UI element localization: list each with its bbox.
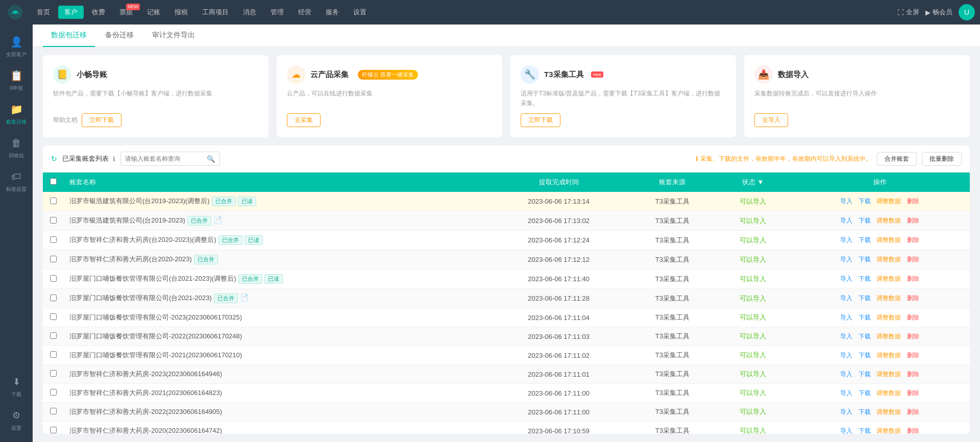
import-link[interactable]: 导入 (840, 389, 852, 397)
row-checkbox-cell[interactable] (43, 308, 63, 327)
row-checkbox-cell[interactable] (43, 422, 63, 434)
user-avatar[interactable]: U (959, 4, 975, 20)
delete-link[interactable]: 删除 (907, 198, 919, 205)
download-link[interactable]: 下载 (859, 275, 871, 282)
sidebar-item-0申报[interactable]: 📋0申报 (0, 63, 33, 97)
nav-item-票据[interactable]: 票据NEW (113, 6, 139, 19)
row-checkbox-cell[interactable] (43, 231, 63, 250)
row-checkbox[interactable] (50, 313, 57, 320)
row-checkbox[interactable] (50, 351, 57, 358)
nav-item-设置[interactable]: 设置 (347, 6, 373, 19)
row-checkbox[interactable] (50, 294, 57, 301)
download-link[interactable]: 下载 (859, 314, 871, 321)
sidebar-bottom-item-下载[interactable]: ⬇下载 (0, 370, 33, 403)
nav-item-客户[interactable]: 客户 (58, 6, 84, 19)
download-link[interactable]: 下载 (859, 217, 871, 224)
adjust-data-link[interactable]: 调整数据 (876, 236, 901, 243)
delete-link[interactable]: 删除 (907, 217, 919, 224)
row-checkbox[interactable] (50, 370, 57, 377)
select-all-checkbox[interactable] (50, 178, 57, 185)
download-link[interactable]: 下载 (859, 198, 871, 205)
card-action-btn[interactable]: 立即下载 (521, 113, 560, 127)
import-link[interactable]: 导入 (840, 236, 852, 243)
adjust-data-link[interactable]: 调整数据 (876, 275, 901, 282)
card-action-btn[interactable]: 立即下载 (82, 113, 121, 127)
adjust-data-link[interactable]: 调整数据 (876, 217, 901, 224)
row-checkbox[interactable] (50, 332, 57, 339)
adjust-data-link[interactable]: 调整数据 (876, 352, 901, 359)
delete-link[interactable]: 删除 (907, 352, 919, 359)
adjust-data-link[interactable]: 调整数据 (876, 314, 901, 321)
row-checkbox[interactable] (50, 389, 57, 396)
row-checkbox[interactable] (50, 408, 57, 414)
import-link[interactable]: 导入 (840, 198, 852, 205)
row-checkbox[interactable] (50, 256, 57, 262)
import-link[interactable]: 导入 (840, 275, 852, 282)
delete-link[interactable]: 删除 (907, 427, 919, 434)
sidebar-item-账套迁移[interactable]: 📁账套迁移 (0, 97, 33, 131)
import-link[interactable]: 导入 (840, 427, 852, 434)
adjust-data-link[interactable]: 调整数据 (876, 427, 901, 434)
download-link[interactable]: 下载 (859, 256, 871, 263)
row-checkbox-cell[interactable] (43, 269, 63, 289)
row-checkbox-cell[interactable] (43, 384, 63, 403)
delete-link[interactable]: 删除 (907, 333, 919, 340)
adjust-data-link[interactable]: 调整数据 (876, 389, 901, 397)
download-link[interactable]: 下载 (859, 371, 871, 378)
import-link[interactable]: 导入 (840, 371, 852, 378)
import-link[interactable]: 导入 (840, 256, 852, 263)
download-link[interactable]: 下载 (859, 352, 871, 359)
search-input[interactable] (121, 155, 203, 162)
delete-link[interactable]: 删除 (907, 371, 919, 378)
nav-item-工商项目[interactable]: 工商项目 (196, 6, 235, 19)
adjust-data-link[interactable]: 调整数据 (876, 371, 901, 378)
row-checkbox-cell[interactable] (43, 192, 63, 211)
col-status[interactable]: 状态 ▼ (716, 173, 790, 192)
checkbox-header[interactable] (43, 173, 63, 192)
file-icon[interactable]: 📄 (213, 216, 222, 224)
member-button[interactable]: ▶ 畅会员 (925, 8, 952, 17)
nav-item-收费[interactable]: 收费 (86, 6, 111, 19)
app-logo[interactable] (5, 2, 26, 22)
card-link-btn[interactable]: 帮助文档 (53, 116, 78, 125)
download-link[interactable]: 下载 (859, 427, 871, 434)
delete-link[interactable]: 删除 (907, 256, 919, 263)
row-checkbox-cell[interactable] (43, 346, 63, 365)
fullscreen-button[interactable]: ⛶ 全屏 (897, 8, 919, 17)
nav-item-首页[interactable]: 首页 (31, 6, 56, 19)
nav-item-经营[interactable]: 经营 (292, 6, 317, 19)
row-checkbox[interactable] (50, 236, 57, 243)
file-icon[interactable]: 📄 (240, 293, 249, 302)
adjust-data-link[interactable]: 调整数据 (876, 408, 901, 415)
delete-link[interactable]: 删除 (907, 294, 919, 302)
sidebar-bottom-item-设置[interactable]: ⚙设置 (0, 403, 33, 437)
row-checkbox[interactable] (50, 427, 57, 433)
adjust-data-link[interactable]: 调整数据 (876, 256, 901, 263)
row-checkbox-cell[interactable] (43, 365, 63, 384)
row-checkbox-cell[interactable] (43, 403, 63, 422)
download-link[interactable]: 下载 (859, 236, 871, 243)
import-link[interactable]: 导入 (840, 314, 852, 321)
import-link[interactable]: 导入 (840, 333, 852, 340)
tab-数据包迁移[interactable]: 数据包迁移 (43, 24, 95, 47)
tab-审计文件导出[interactable]: 审计文件导出 (144, 24, 203, 47)
row-checkbox[interactable] (50, 275, 57, 282)
download-link[interactable]: 下载 (859, 408, 871, 415)
row-checkbox-cell[interactable] (43, 289, 63, 308)
delete-link[interactable]: 删除 (907, 389, 919, 397)
row-checkbox[interactable] (50, 217, 57, 224)
refresh-icon[interactable]: ↻ (51, 155, 57, 163)
row-checkbox-cell[interactable] (43, 327, 63, 346)
adjust-data-link[interactable]: 调整数据 (876, 333, 901, 340)
help-icon[interactable]: ℹ (113, 155, 115, 163)
import-link[interactable]: 导入 (840, 217, 852, 224)
adjust-data-link[interactable]: 调整数据 (876, 198, 901, 205)
delete-link[interactable]: 删除 (907, 275, 919, 282)
delete-link[interactable]: 删除 (907, 314, 919, 321)
download-link[interactable]: 下载 (859, 294, 871, 302)
card-action-btn[interactable]: 去采集 (287, 113, 321, 127)
adjust-data-link[interactable]: 调整数据 (876, 294, 901, 302)
search-button[interactable]: 🔍 (203, 155, 219, 163)
nav-item-消息[interactable]: 消息 (237, 6, 262, 19)
merge-btn[interactable]: 合并账套 (877, 152, 917, 166)
